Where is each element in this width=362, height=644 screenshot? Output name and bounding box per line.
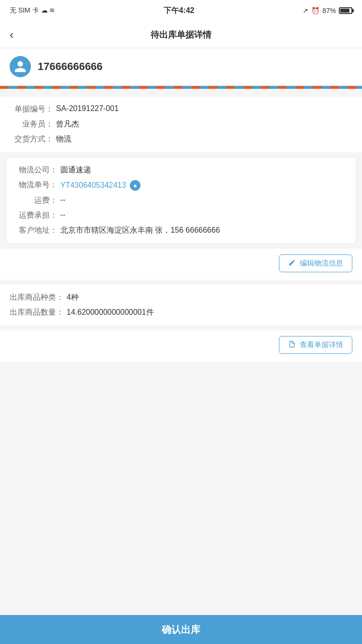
- goods-category-label: 出库商品种类：: [10, 293, 64, 303]
- carrier-label: 无 SIM 卡 ☁ ≋: [10, 6, 55, 15]
- alarm-icon: ⏰: [311, 7, 320, 14]
- logistics-company-value: 圆通速递: [57, 165, 348, 175]
- document-number-row: 单据编号： SA-20191227-001: [10, 104, 352, 114]
- delivery-method-label: 交货方式：: [10, 134, 53, 144]
- nav-bar: ‹ 待出库单据详情: [0, 21, 362, 48]
- customer-address-value: 北京市市辖区海淀区永丰南 张，156 66666666: [57, 225, 348, 236]
- sales-rep-value: 曾凡杰: [53, 119, 352, 129]
- sales-rep-label: 业务员：: [10, 119, 53, 129]
- goods-section: 出库商品种类： 4种 出库商品数量： 14.6200000000000001件: [0, 285, 362, 325]
- logistics-company-label: 物流公司：: [14, 165, 57, 175]
- logistics-company-row: 物流公司： 圆通速递: [14, 165, 348, 175]
- logistics-tracking-row: 物流单号： YT4306405342413 ●: [14, 180, 348, 191]
- document-info-section: 单据编号： SA-20191227-001 业务员： 曾凡杰 交货方式： 物流: [0, 97, 362, 152]
- view-details-label: 查看单据详情: [300, 340, 343, 350]
- delivery-method-value: 物流: [53, 134, 352, 144]
- sales-rep-row: 业务员： 曾凡杰: [10, 119, 352, 129]
- document-number-value: SA-20191227-001: [53, 104, 352, 113]
- confirm-button-text: 确认出库: [162, 623, 200, 636]
- goods-category-value: 4种: [64, 293, 79, 303]
- freight-row: 运费： --: [14, 196, 348, 206]
- avatar: [10, 56, 31, 77]
- goods-quantity-label: 出库商品数量：: [10, 308, 64, 318]
- freight-label: 运费：: [14, 196, 57, 206]
- document-number-label: 单据编号：: [10, 104, 53, 114]
- goods-quantity-row: 出库商品数量： 14.6200000000000001件: [10, 308, 352, 318]
- logistics-tracking-label: 物流单号：: [14, 180, 57, 190]
- edit-button-container: 编辑物流信息: [0, 249, 362, 280]
- freight-bearer-label: 运费承担：: [14, 210, 57, 221]
- goods-quantity-value: 14.6200000000000001件: [64, 308, 154, 318]
- freight-value: --: [57, 196, 348, 204]
- status-bar: 无 SIM 卡 ☁ ≋ 下午4:42 ↗ ⏰ 87%: [0, 0, 362, 21]
- view-details-container: 查看单据详情: [0, 330, 362, 362]
- view-details-button[interactable]: 查看单据详情: [279, 336, 352, 354]
- user-icon: [14, 60, 27, 73]
- delivery-method-row: 交货方式： 物流: [10, 134, 352, 144]
- document-icon: [288, 340, 296, 350]
- time-label: 下午4:42: [164, 6, 195, 16]
- edit-icon: [288, 259, 296, 268]
- freight-bearer-row: 运费承担： --: [14, 210, 348, 221]
- battery-fill: [340, 9, 349, 13]
- battery-percent: 87%: [322, 7, 336, 14]
- confirm-bar[interactable]: 确认出库: [0, 615, 362, 644]
- customer-phone: 17666666666: [38, 60, 103, 73]
- edit-logistics-button[interactable]: 编辑物流信息: [279, 254, 352, 272]
- customer-address-label: 客户地址：: [14, 225, 57, 236]
- edit-logistics-label: 编辑物流信息: [300, 259, 343, 268]
- status-right: ↗ ⏰ 87%: [303, 7, 352, 14]
- page-title: 待出库单据详情: [151, 29, 211, 41]
- logistics-card: 物流公司： 圆通速递 物流单号： YT4306405342413 ● 运费： -…: [6, 157, 356, 244]
- back-button[interactable]: ‹: [10, 28, 14, 42]
- customer-header: 17666666666: [0, 48, 362, 85]
- logistics-tracking-value: YT4306405342413 ●: [57, 180, 348, 191]
- dashed-divider: [0, 86, 362, 89]
- freight-bearer-value: --: [57, 210, 348, 219]
- customer-address-row: 客户地址： 北京市市辖区海淀区永丰南 张，156 66666666: [14, 225, 348, 236]
- location-icon: ↗: [303, 7, 308, 14]
- battery-icon: [339, 7, 352, 14]
- goods-category-row: 出库商品种类： 4种: [10, 293, 352, 303]
- map-pin-icon[interactable]: ●: [130, 180, 140, 191]
